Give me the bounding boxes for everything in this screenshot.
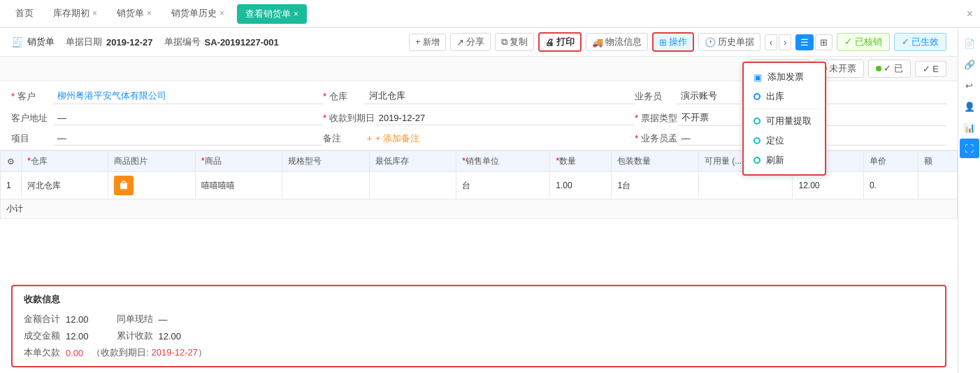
row-amount — [918, 172, 958, 199]
prev-button[interactable]: ‹ — [765, 34, 777, 50]
share-button[interactable]: ↗ 分享 — [450, 33, 491, 51]
checkmark-button[interactable]: ✓ E — [915, 61, 946, 77]
close-view-tab[interactable]: × — [294, 9, 298, 19]
avail-extract-item[interactable]: 可用量提取 — [744, 111, 825, 131]
new-button[interactable]: + 新增 — [409, 34, 445, 51]
tab-sales[interactable]: 销货单 × — [107, 0, 161, 28]
confirm-button[interactable]: ✓ 已 — [868, 59, 911, 78]
project-label: 项目 — [11, 132, 53, 145]
toolbar-right: + 新增 ↗ 分享 ⧉ 复制 🖨 打印 🚚 物流信息 — [409, 32, 946, 52]
col-min-stock: 最低库存 — [369, 151, 456, 172]
sidebar-user-icon[interactable]: 👤 — [960, 97, 979, 116]
customer-value[interactable]: 柳州粤港平安气体有限公司 — [53, 88, 323, 104]
right-sidebar: 📄 🔗 ↩ 👤 📊 ⛶ — [958, 28, 980, 373]
sidebar-chart-icon[interactable]: 📊 — [960, 118, 979, 137]
locate-circle-icon — [754, 137, 761, 144]
sidebar-expand-icon[interactable]: ⛶ — [960, 139, 979, 158]
add-note-button[interactable]: ＋ + 添加备注 — [365, 132, 419, 145]
subtotal-row: 小计 — [1, 199, 958, 219]
summary-row-1: 金额合计 12.00 同单现结 — — [24, 313, 934, 325]
customer-field: 客户 柳州粤港平安气体有限公司 — [11, 88, 323, 104]
doc-no-meta: 单据编号 SA-20191227-001 — [164, 36, 279, 48]
note-field: 备注 ＋ + 添加备注 — [323, 132, 635, 145]
col-settings[interactable]: ⚙ — [1, 151, 22, 172]
cum-payment-value: 12.00 — [159, 331, 182, 342]
check-icon: ✓ — [844, 36, 852, 47]
total-amount-value: 12.00 — [66, 314, 89, 325]
deal-amount-label: 成交金额 — [24, 330, 60, 342]
summary-row-2: 成交金额 12.00 累计收款 12.00 — [24, 330, 934, 342]
summary-row-3: 本单欠款 0.00 （收款到期日: 2019-12-27） — [24, 346, 934, 359]
close-inventory-tab[interactable]: × — [92, 8, 97, 18]
col-warehouse: *仓库 — [22, 151, 108, 172]
cum-payment-label: 累计收款 — [117, 330, 153, 342]
product-image — [114, 176, 134, 195]
col-spec: 规格型号 — [282, 151, 369, 172]
sidebar-doc-icon[interactable]: 📄 — [960, 34, 979, 53]
outbound-circle-icon — [754, 93, 761, 100]
summary-box: 收款信息 金额合计 12.00 同单现结 — 成交金额 12.00 累计收款 — [11, 285, 946, 367]
add-invoice-item[interactable]: ▣ 添加发票 — [744, 67, 825, 87]
confirm-dot — [876, 66, 881, 71]
payment-label: 收款到期日 — [323, 112, 375, 125]
outbound-item[interactable]: 出库 — [744, 87, 825, 106]
total-amount-label: 金额合计 — [24, 313, 60, 325]
share-icon: ↗ — [456, 37, 464, 48]
refresh-circle-icon — [754, 157, 761, 164]
row-no: 1 — [1, 172, 22, 199]
warehouse-label: 仓库 — [323, 90, 365, 103]
sales-order-icon: 🧾 — [11, 36, 23, 48]
history-icon: 🕐 — [705, 37, 716, 48]
sidebar-link-icon[interactable]: 🔗 — [960, 55, 979, 74]
addr-field: 客户地址 — — [11, 111, 323, 125]
locate-item[interactable]: 定位 — [744, 131, 825, 150]
voided-button[interactable]: ✓ 已核销 — [837, 33, 889, 51]
payment-value: 2019-12-27 — [375, 111, 635, 125]
list-view-button[interactable]: ☰ — [795, 34, 814, 50]
owed-note: （收款到期日: 2019-12-27） — [92, 346, 207, 359]
effect-button[interactable]: ✓ 已生效 — [894, 33, 946, 51]
col-amount: 额 — [918, 151, 958, 172]
print-icon: 🖨 — [545, 37, 554, 48]
history-button[interactable]: 🕐 历史单据 — [698, 33, 761, 51]
grid-view-button[interactable]: ⊞ — [815, 34, 833, 50]
tab-view-sales[interactable]: 查看销货单 × — [237, 4, 307, 24]
tab-sales-history[interactable]: 销货单历史 × — [161, 0, 234, 28]
close-sales-tab[interactable]: × — [147, 8, 152, 18]
close-history-tab[interactable]: × — [219, 8, 224, 18]
row-price: 0. — [863, 172, 918, 199]
doc-date-meta: 单据日期 2019-12-27 — [66, 36, 153, 48]
truck-icon: 🚚 — [592, 37, 603, 48]
copy-button[interactable]: ⧉ 复制 — [495, 33, 534, 51]
row-product: 嘻嘻嘻嘻 — [195, 172, 282, 199]
col-unit: *销售单位 — [456, 151, 550, 172]
deal-amount-field: 成交金额 12.00 — [24, 330, 89, 342]
view-switch: ☰ ⊞ — [795, 34, 833, 50]
logistics-button[interactable]: 🚚 物流信息 — [586, 33, 648, 51]
print-button[interactable]: 🖨 打印 — [538, 32, 582, 52]
payment-field: 收款到期日 2019-12-27 — [323, 111, 635, 125]
doc-title-text: 销货单 — [27, 36, 55, 48]
operation-button[interactable]: ⊞ 操作 — [652, 32, 694, 52]
same-order-label: 同单现结 — [117, 313, 153, 325]
row-qty: 1.00 — [550, 172, 612, 199]
subtotal-label: 小计 — [1, 199, 958, 219]
refresh-item[interactable]: 刷新 — [744, 150, 825, 170]
table-row: 1 河北仓库 嘻嘻嘻嘻 台 1.00 1台 — [1, 172, 958, 199]
tab-inventory[interactable]: 库存期初 × — [43, 0, 107, 28]
project-field: 项目 — — [11, 132, 323, 146]
same-order-field: 同单现结 — — [117, 313, 168, 325]
row-warehouse: 河北仓库 — [22, 172, 108, 199]
next-button[interactable]: › — [779, 34, 791, 50]
row-pkg-qty: 1台 — [612, 172, 698, 199]
dropdown-divider — [744, 108, 825, 109]
customer-label: 客户 — [11, 90, 53, 103]
close-all-button[interactable]: × — [967, 8, 973, 20]
copy-icon: ⧉ — [501, 36, 507, 48]
owed-value: 0.00 — [66, 348, 83, 358]
sidebar-return-icon[interactable]: ↩ — [960, 76, 979, 95]
row-image — [108, 172, 195, 199]
tab-home[interactable]: 首页 — [6, 0, 43, 28]
deal-amount-value: 12.00 — [66, 331, 89, 342]
row-current: 12.00 — [793, 172, 863, 199]
